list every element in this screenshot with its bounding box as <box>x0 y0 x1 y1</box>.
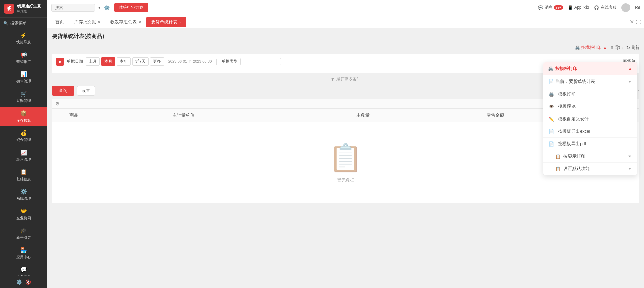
sidebar-item-inventory[interactable]: 📦 库存核算 <box>0 107 47 126</box>
sidebar-item-collab[interactable]: 🤝 企业协同 <box>0 204 47 224</box>
dropdown-items-list: 🖨️ 模板打印👁️ 模板预览✏️ 模板自定义设计📄 按模板导出excel📄 按模… <box>543 88 637 150</box>
topbar-dropdown-arrow[interactable]: ▾ <box>98 5 100 10</box>
tab-首页[interactable]: 首页 <box>51 17 69 27</box>
subitem-label: 按显示打印 <box>563 153 585 159</box>
settings-btn[interactable]: 设置 <box>77 86 95 96</box>
sidebar-item-purchase[interactable]: 🛒 采购管理 <box>0 87 47 107</box>
tab-库存批次账[interactable]: 库存批次账× <box>69 17 105 27</box>
date-range-text: 2023-06-01 至 2023-06-30 <box>168 59 212 64</box>
refresh-btn[interactable]: ↻ 刷新 <box>626 45 639 51</box>
export-icon: ⬆ <box>610 45 614 50</box>
sidebar-item-label-purchase: 采购管理 <box>16 98 31 103</box>
subitem-arrow: ▼ <box>628 167 632 171</box>
settings-icon[interactable]: ⚙️ <box>16 279 22 285</box>
date-btn-更多[interactable]: 更多 <box>150 57 164 66</box>
date-btn-本年[interactable]: 本年 <box>117 57 131 66</box>
sidebar-item-label-finance: 资金管理 <box>16 137 31 142</box>
dropdown-item-按模板导出excel[interactable]: 📄 按模板导出excel <box>543 125 637 138</box>
dropdown-close-btn[interactable]: ▲ <box>627 66 632 71</box>
sidebar-item-sales[interactable]: 📊 销售管理 <box>0 68 47 87</box>
dropdown-item-按模板导出pdf[interactable]: 📄 按模板导出pdf <box>543 138 637 150</box>
tab-close-icon[interactable]: × <box>98 20 100 24</box>
sidebar-item-appstore[interactable]: 🏪 应用中心 <box>0 244 47 263</box>
sidebar-item-label-basic: 基础信息 <box>16 177 31 182</box>
filter-type-select-wrapper <box>240 58 281 65</box>
empty-illustration: 📋 <box>329 142 362 174</box>
filter-type-label: 单据类型 <box>222 59 238 64</box>
sidebar-item-label-operation: 经营管理 <box>16 157 31 162</box>
sidebar-item-guide[interactable]: 🎓 新手引导 <box>0 224 47 244</box>
sidebar-item-wechat[interactable]: 💬 企业微信 <box>0 263 47 276</box>
tab-close-icon[interactable]: × <box>139 20 141 24</box>
app-download-item[interactable]: 📱 App下载 <box>568 5 589 10</box>
tabs-close-btn[interactable]: ✕ <box>630 19 634 25</box>
dropdown-item-模板自定义设计[interactable]: ✏️ 模板自定义设计 <box>543 113 637 125</box>
sidebar-item-system[interactable]: ⚙️ 系统管理 <box>0 185 47 204</box>
tab-close-icon[interactable]: × <box>179 20 181 24</box>
current-template-icon: 📄 <box>549 79 554 84</box>
col-settings <box>52 109 65 122</box>
sidebar-item-label-marketing: 营销推广 <box>16 59 31 64</box>
dropdown-item-icon: 📄 <box>549 141 554 147</box>
online-service-label: 在线客服 <box>601 5 617 10</box>
sidebar-search[interactable]: 🔍 搜索菜单 <box>0 18 47 29</box>
user-name: Rit <box>635 5 640 10</box>
message-badge: 99+ <box>554 5 563 10</box>
tabs-expand-btn[interactable]: ⛶ <box>636 19 641 25</box>
export-label: 导出 <box>615 45 623 51</box>
filter-expand-btn[interactable]: ▶ <box>56 58 64 66</box>
col-主计量单位: 主计量单位 <box>169 109 352 122</box>
sidebar-search-label: 搜索菜单 <box>10 20 27 26</box>
sidebar-item-label-appstore: 应用中心 <box>16 255 31 260</box>
sidebar-item-finance[interactable]: 💰 资金管理 <box>0 126 47 146</box>
sidebar-item-label-sales: 销售管理 <box>16 79 31 84</box>
export-btn[interactable]: ⬆ 导出 <box>610 45 623 51</box>
sidebar-item-operation[interactable]: 📈 经营管理 <box>0 146 47 165</box>
sidebar-item-label-shortcut: 快捷导航 <box>16 40 31 45</box>
shortcut-icon: ⚡ <box>20 32 27 38</box>
dropdown-subitem-设置默认功能[interactable]: 📋 设置默认功能 ▼ <box>543 163 637 175</box>
expand-label: 展开更多条件 <box>336 76 360 82</box>
collab-icon: 🤝 <box>20 208 27 214</box>
date-buttons-group: 上月本月本年近7天更多 <box>86 57 164 66</box>
table-column-settings-icon[interactable]: ⚙ <box>55 101 60 106</box>
topbar-right: 💬 消息 99+ 📱 App下载 🎧 在线客服 Rit <box>538 3 640 12</box>
sidebar-item-label-collab: 企业协同 <box>16 216 31 221</box>
sidebar-item-shortcut[interactable]: ⚡ 快捷导航 <box>0 29 47 48</box>
sidebar-item-basic[interactable]: 📋 基础信息 <box>0 165 47 185</box>
date-btn-上月[interactable]: 上月 <box>86 57 100 66</box>
basic-icon: 📋 <box>20 169 27 175</box>
avatar[interactable] <box>621 3 630 12</box>
filter-type-select[interactable] <box>240 58 281 65</box>
dropdown-current-item[interactable]: 📄 当前：要货单统计表 ▼ <box>543 75 637 88</box>
action-bar: 🖨️ 按模板打印 ▲ ⬆ 导出 ↻ 刷新 <box>52 45 639 51</box>
content-area: 要货单统计表(按商品) 🖨️ 按模板打印 ▲ ⬆ 导出 ↻ 刷新 <box>47 28 644 288</box>
appstore-icon: 🏪 <box>20 247 27 253</box>
expand-more-btn[interactable]: ▼ 展开更多条件 <box>331 76 360 82</box>
date-btn-近7天[interactable]: 近7天 <box>132 57 149 66</box>
topbar-search-input[interactable] <box>51 4 95 12</box>
dropdown-subitem-按显示打印[interactable]: 📋 按显示打印 ▼ <box>543 150 637 163</box>
print-template-btn[interactable]: 🖨️ 按模板打印 ▲ <box>575 45 607 51</box>
dropdown-item-icon: ✏️ <box>549 117 554 122</box>
mute-icon[interactable]: 🔇 <box>25 279 31 285</box>
print-menu-icon: 🖨️ <box>548 66 553 71</box>
topbar-gear-icon[interactable]: ⚙️ <box>104 5 110 10</box>
online-service-item[interactable]: 🎧 在线客服 <box>594 5 617 10</box>
tab-要货单统计表[interactable]: 要货单统计表× <box>146 17 186 27</box>
app-logo-icon: 畅 <box>4 4 14 14</box>
query-btn[interactable]: 查询 <box>52 86 74 96</box>
dropdown-item-模板打印[interactable]: 🖨️ 模板打印 <box>543 88 637 100</box>
operation-icon: 📈 <box>20 149 27 156</box>
message-item[interactable]: 💬 消息 99+ <box>538 5 563 10</box>
sidebar-item-marketing[interactable]: 📢 营销推广 <box>0 48 47 68</box>
dropdown-subitem-inner: 📋 按显示打印 <box>555 153 585 159</box>
message-icon: 💬 <box>538 5 543 10</box>
dropdown-item-模板预览[interactable]: 👁️ 模板预览 <box>543 100 637 113</box>
topbar-experience-btn[interactable]: 体验行业方案 <box>114 3 148 12</box>
topbar: ▾ ⚙️ 体验行业方案 💬 消息 99+ 📱 App下载 🎧 在线客服 Rit <box>47 0 644 15</box>
print-label: 按模板打印 <box>581 45 602 51</box>
date-btn-本月[interactable]: 本月 <box>101 57 115 66</box>
tab-收发存汇总表[interactable]: 收发存汇总表× <box>106 17 145 27</box>
dropdown-item-icon: 📄 <box>549 129 554 134</box>
